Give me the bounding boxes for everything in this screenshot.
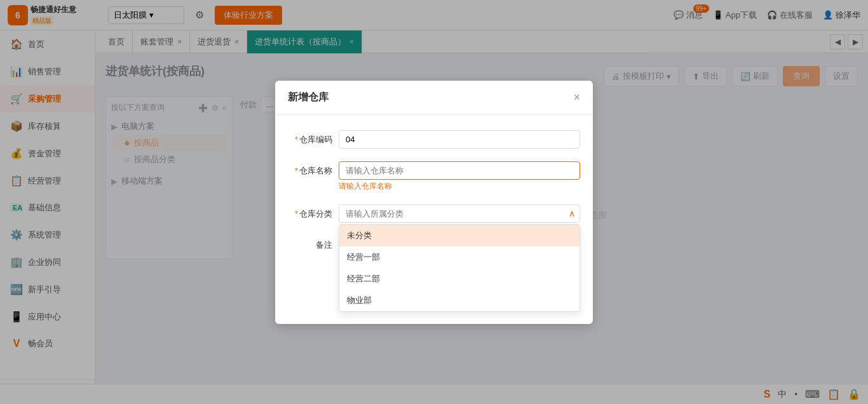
category-input[interactable]	[339, 205, 580, 223]
category-dropdown: 未分类 经营一部 经营二部 物业部	[339, 224, 580, 312]
name-input[interactable]	[339, 161, 580, 180]
notes-label: 备注	[288, 236, 339, 251]
modal-title: 新增仓库	[288, 91, 329, 104]
dropdown-item-3[interactable]: 物业部	[339, 290, 580, 311]
modal-close-button[interactable]: ×	[573, 91, 580, 104]
dropdown-item-0[interactable]: 未分类	[339, 225, 580, 246]
category-label: 仓库分类	[288, 205, 339, 220]
code-field-row: 仓库编码	[288, 130, 580, 149]
new-warehouse-modal: 新增仓库 × 仓库编码 仓库名称 请输入仓库名称 仓库分类	[275, 81, 593, 324]
dropdown-item-1[interactable]: 经营一部	[339, 246, 580, 268]
name-error-message: 请输入仓库名称	[339, 181, 580, 192]
name-label: 仓库名称	[288, 161, 339, 177]
modal-body: 仓库编码 仓库名称 请输入仓库名称 仓库分类 ∧ 未分类	[275, 115, 593, 282]
code-input[interactable]	[339, 130, 580, 149]
modal-header: 新增仓库 ×	[275, 81, 593, 115]
modal-overlay: 新增仓库 × 仓库编码 仓库名称 请输入仓库名称 仓库分类	[0, 0, 868, 404]
name-field-row: 仓库名称 请输入仓库名称	[288, 161, 580, 192]
name-field-wrapper: 请输入仓库名称	[339, 161, 580, 192]
category-field-row: 仓库分类 ∧ 未分类 经营一部 经营二部 物业部	[288, 205, 580, 223]
code-label: 仓库编码	[288, 130, 339, 145]
dropdown-item-2[interactable]: 经营二部	[339, 268, 580, 290]
category-select-wrapper: ∧ 未分类 经营一部 经营二部 物业部	[339, 205, 580, 223]
